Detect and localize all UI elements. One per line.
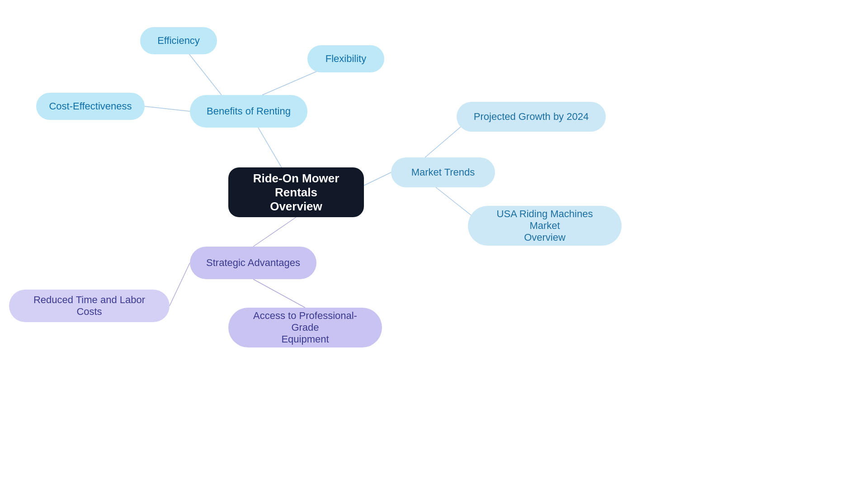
svg-line-4 xyxy=(364,172,391,186)
access-equipment-label: Access to Professional-Grade Equipment xyxy=(241,310,369,345)
svg-line-8 xyxy=(170,263,190,306)
center-node: Ride-On Mower Rentals Overview xyxy=(228,167,364,217)
efficiency-label: Efficiency xyxy=(157,35,200,47)
cost-effectiveness-node: Cost-Effectiveness xyxy=(36,93,145,120)
benefits-node: Benefits of Renting xyxy=(190,95,307,128)
cost-effectiveness-label: Cost-Effectiveness xyxy=(49,100,132,112)
access-equipment-node: Access to Professional-Grade Equipment xyxy=(228,308,382,347)
usa-market-node: USA Riding Machines Market Overview xyxy=(468,206,622,246)
flexibility-node: Flexibility xyxy=(307,45,384,72)
center-label: Ride-On Mower Rentals Overview xyxy=(241,171,351,214)
projected-growth-label: Projected Growth by 2024 xyxy=(474,111,589,123)
strategic-advantages-node: Strategic Advantages xyxy=(190,247,316,279)
usa-market-label: USA Riding Machines Market Overview xyxy=(481,208,609,243)
reduced-time-node: Reduced Time and Labor Costs xyxy=(9,290,170,322)
strategic-advantages-label: Strategic Advantages xyxy=(206,257,300,269)
svg-line-9 xyxy=(253,279,305,308)
market-trends-label: Market Trends xyxy=(411,167,475,178)
projected-growth-node: Projected Growth by 2024 xyxy=(457,102,606,132)
svg-line-7 xyxy=(253,217,296,247)
flexibility-label: Flexibility xyxy=(326,53,366,65)
svg-line-3 xyxy=(145,106,190,111)
reduced-time-label: Reduced Time and Labor Costs xyxy=(22,294,157,318)
market-trends-node: Market Trends xyxy=(391,157,495,187)
benefits-label: Benefits of Renting xyxy=(207,105,291,117)
efficiency-node: Efficiency xyxy=(140,27,217,54)
